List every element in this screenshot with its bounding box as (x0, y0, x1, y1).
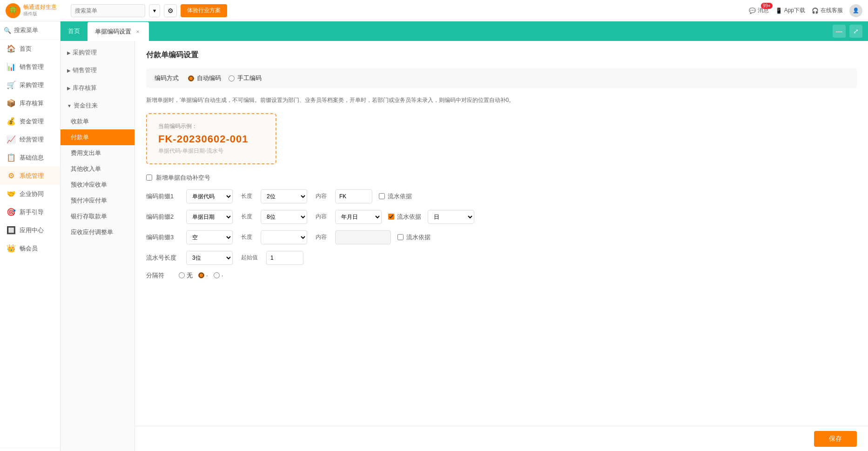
apps-icon: 🔲 (7, 226, 16, 235)
operations-icon: 📈 (7, 135, 16, 144)
sidebar-item-system[interactable]: ⚙ 系统管理 (0, 167, 60, 185)
manual-encode-radio[interactable] (229, 75, 235, 81)
serial2-unit-select[interactable]: 日 (428, 210, 474, 224)
sidebar-item-apps[interactable]: 🔲 应用中心 (0, 221, 60, 239)
serial3-label: 流水依据 (406, 233, 431, 242)
sep-dash-option[interactable]: · (214, 272, 223, 279)
encoding-radio-group: 自动编码 手工编码 (188, 74, 262, 82)
serial1-checkbox[interactable] (379, 193, 385, 199)
sep-none-radio[interactable] (179, 272, 185, 278)
logo-icon: 🍀 (6, 3, 20, 18)
left-sidebar: 🔍 搜索菜单 🏠 首页 📊 销售管理 🛒 采购管理 📦 库存核算 💰 资金管理 … (0, 21, 61, 451)
content2-select[interactable]: 年月日 (335, 210, 382, 224)
sub-menu-item-receipt[interactable]: 收款单 (61, 114, 135, 129)
sidebar-item-vip[interactable]: 👑 畅会员 (0, 239, 60, 257)
sub-sidebar: ▶ 采购管理 ▶ 销售管理 ▶ 库存核算 (61, 41, 135, 451)
sub-menu-purchase-title[interactable]: ▶ 采购管理 (61, 45, 135, 61)
content2-label: 内容 (314, 213, 329, 221)
sub-menu-item-other-income[interactable]: 其他收入单 (61, 161, 135, 177)
tab-minimize-btn[interactable]: — (833, 25, 846, 38)
online-service-btn[interactable]: 🎧 在线客服 (812, 7, 843, 14)
preview-label: 当前编码示例： (158, 122, 264, 130)
sub-menu-inventory-title[interactable]: ▶ 库存核算 (61, 80, 135, 96)
sidebar-item-sales[interactable]: 📊 销售管理 (0, 58, 60, 76)
separator-row: 分隔符 无 · · (146, 271, 857, 280)
gear-icon: ⚙ (168, 7, 174, 14)
sep-none-option[interactable]: 无 (179, 271, 193, 280)
sub-menu-sales-title[interactable]: ▶ 销售管理 (61, 62, 135, 78)
sidebar-search[interactable]: 🔍 搜索菜单 (0, 21, 60, 40)
prefix2-label: 编码前缀2 (146, 213, 180, 221)
tab-encoding-settings[interactable]: 单据编码设置 × (87, 22, 149, 41)
sep-dash-radio[interactable] (214, 272, 220, 278)
sep-dot-radio[interactable] (198, 272, 204, 278)
sidebar-item-sales-label: 销售管理 (20, 63, 44, 71)
serial2-checkbox-group: 流水依据 (388, 213, 421, 221)
sub-menu-item-bank[interactable]: 银行存取款单 (61, 209, 135, 224)
sidebar-item-vip-label: 畅会员 (20, 244, 38, 253)
tab-bar-right: — ⤢ (833, 25, 868, 38)
header-right: 💬 消息 99+ 📱 App下载 🎧 在线客服 👤 (749, 4, 862, 17)
sidebar-item-finance-label: 资金管理 (20, 117, 44, 126)
sidebar-item-home[interactable]: 🏠 首页 (0, 40, 60, 58)
sub-menu-purchase-label: 采购管理 (73, 48, 97, 57)
tab-home-label: 首页 (68, 27, 80, 35)
length2-select[interactable]: 8位 (261, 210, 307, 224)
sidebar-item-purchase[interactable]: 🛒 采购管理 (0, 76, 60, 94)
prefix3-row: 编码前缀3 空 长度 内容 流水依据 (146, 230, 857, 244)
header-dropdown-btn[interactable]: ▾ (149, 4, 160, 17)
sidebar-item-finance[interactable]: 💰 资金管理 (0, 112, 60, 130)
serial-length-select[interactable]: 3位 (186, 251, 233, 265)
preview-sub: 单据代码-单据日期-流水号 (158, 147, 264, 155)
header-search-input[interactable] (71, 4, 145, 17)
length3-label: 长度 (239, 233, 254, 241)
sub-menu-item-expense[interactable]: 费用支出单 (61, 145, 135, 161)
sub-menu-capital: ▼ 资金往来 收款单 付款单 费用支出单 其他收入单 预收冲应收单 预付冲应付单… (61, 98, 135, 240)
sep-dot-label: · (206, 272, 208, 279)
tab-close-btn[interactable]: × (134, 28, 141, 35)
sep-dot-option[interactable]: · (198, 272, 208, 279)
user-avatar[interactable]: 👤 (849, 4, 862, 17)
auto-encode-radio[interactable] (188, 75, 194, 81)
sub-menu-item-prepaid-receivable[interactable]: 预收冲应收单 (61, 177, 135, 193)
message-btn[interactable]: 💬 消息 99+ (749, 7, 769, 14)
length3-select[interactable] (261, 230, 307, 244)
auto-fill-checkbox[interactable] (146, 175, 152, 181)
start-value-input[interactable] (266, 251, 303, 265)
sidebar-item-guide[interactable]: 🎯 新手引导 (0, 203, 60, 221)
serial-length-label: 流水号长度 (146, 254, 180, 262)
serial2-checkbox[interactable] (388, 214, 394, 220)
sep-none-label: 无 (187, 271, 193, 280)
app-download-btn[interactable]: 📱 App下载 (775, 7, 805, 14)
arrow-icon: ▶ (67, 50, 71, 55)
serial1-checkbox-group: 流水依据 (379, 192, 412, 201)
sidebar-item-basic-info[interactable]: 📋 基础信息 (0, 148, 60, 167)
content1-input[interactable] (335, 189, 372, 203)
tab-home[interactable]: 首页 (61, 21, 87, 41)
sidebar-item-inventory[interactable]: 📦 库存核算 (0, 94, 60, 112)
sub-menu-capital-title[interactable]: ▼ 资金往来 (61, 98, 135, 114)
sidebar-item-enterprise[interactable]: 🤝 企业协同 (0, 185, 60, 203)
content3-input[interactable] (335, 230, 391, 244)
encoding-method-section: 编码方式 自动编码 手工编码 (146, 68, 857, 88)
sub-menu-item-prepaid-payable[interactable]: 预付冲应付单 (61, 193, 135, 209)
sub-menu-item-adjustment[interactable]: 应收应付调整单 (61, 224, 135, 240)
experience-btn[interactable]: 体验行业方案 (181, 4, 227, 17)
sub-menu-item-payment[interactable]: 付款单 (61, 129, 135, 145)
tab-maximize-btn[interactable]: ⤢ (849, 25, 862, 38)
sidebar-item-operations[interactable]: 📈 经营管理 (0, 130, 60, 148)
content3-label: 内容 (314, 233, 329, 241)
header-gear-btn[interactable]: ⚙ (164, 4, 177, 17)
prefix1-select[interactable]: 单据代码 (186, 189, 233, 203)
prefix2-select[interactable]: 单据日期 (186, 210, 233, 224)
content1-label: 内容 (314, 192, 329, 200)
prefix3-select[interactable]: 空 (186, 230, 233, 244)
start-value-label: 起始值 (239, 254, 260, 262)
service-icon: 🎧 (812, 7, 819, 14)
auto-encode-option[interactable]: 自动编码 (188, 74, 221, 82)
length1-select[interactable]: 2位 (261, 189, 307, 203)
serial3-checkbox[interactable] (397, 234, 404, 240)
sub-menu-inventory: ▶ 库存核算 (61, 80, 135, 96)
manual-encode-option[interactable]: 手工编码 (229, 74, 262, 82)
save-button[interactable]: 保存 (814, 431, 857, 447)
